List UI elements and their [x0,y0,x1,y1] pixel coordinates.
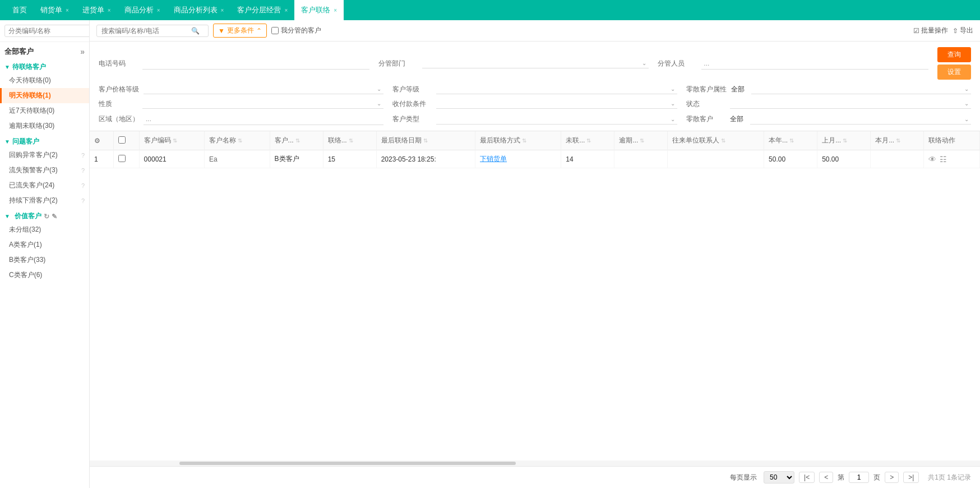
close-icon[interactable]: × [66,7,69,13]
search-icon[interactable]: 🔍 [191,27,200,35]
horizontal-scrollbar[interactable] [90,461,980,466]
close-icon[interactable]: × [157,7,160,13]
sidebar-item-overdue[interactable]: 逾期未联络(30) [0,118,89,133]
filter-icon: ▼ [218,27,225,35]
status-select[interactable]: ⌄ [730,99,971,109]
retail-customer-select[interactable]: ⌄ [750,114,971,125]
customer-table: ⚙ 客户编码⇅ 客户名称⇅ 客户...⇅ 联络...⇅ 最后联络日期⇅ 最后联络… [90,131,980,168]
all-customers-title: 全部客户 » [0,42,89,59]
scrollbar-thumb[interactable] [179,462,516,465]
filter-phone: 电话号码 [99,58,369,70]
collapse-icon[interactable]: » [80,47,85,56]
close-icon[interactable]: × [108,7,111,13]
sidebar-item-week[interactable]: 近7天待联络(0) [0,103,89,118]
select-all-checkbox[interactable] [118,136,126,144]
sidebar-item-churn-warning[interactable]: 流失预警客户(3) ? [0,163,89,178]
chevron-down-icon: ⌄ [671,100,675,107]
col-unit-contact: 往来单位联系人⇅ [668,131,764,150]
sidebar-item-ungrouped[interactable]: 未分组(32) [0,222,89,237]
next-page-btn[interactable]: > [885,472,899,483]
region-select[interactable]: ... [144,113,383,125]
close-icon[interactable]: × [334,7,337,13]
nature-select[interactable]: ⌄ [142,99,383,109]
sidebar-search-area: 🔍 [0,20,89,42]
filter-retail-attr: 零散客户属性 全部 ⌄ [686,84,971,94]
filter-row-1: 电话号码 分管部门 ⌄ 分管人员 ... 查询 [99,47,971,80]
filter-more-btn[interactable]: ▼ 更多条件 ⌃ [213,24,267,38]
help-icon: ? [81,197,85,204]
row-overdue [614,150,668,168]
sort-icon: ⇅ [586,137,591,144]
my-customers-checkbox-area[interactable]: 我分管的客户 [271,26,321,35]
sidebar-item-class-b[interactable]: B类客户(33) [0,252,89,268]
close-icon[interactable]: × [221,7,224,13]
query-button[interactable]: 查询 [937,47,971,62]
page-number-input[interactable] [849,472,869,483]
price-level-select[interactable]: ⌄ [144,84,383,94]
col-contact-count: 联络...⇅ [323,131,376,150]
nav-product-analysis-list[interactable]: 商品分析列表 × [167,0,231,20]
sidebar-item-today[interactable]: 今天待联络(0) [0,73,89,88]
contact-method-link[interactable]: 下销货单 [480,155,507,163]
manager-select[interactable]: ... [701,58,928,70]
nav-sales[interactable]: 销货单 × [34,0,76,20]
filter-nature: 性质 ⌄ [99,99,383,109]
sidebar-search-input[interactable] [4,25,90,37]
sidebar-item-declining[interactable]: 持续下滑客户(2) ? [0,193,89,208]
sidebar-item-churned[interactable]: 已流失客户(24) ? [0,178,89,193]
sidebar-item-class-c[interactable]: C类客户(6) [0,268,89,283]
col-this-year: 本年...⇅ [764,131,817,150]
row-actions: 👁 ☷ [924,150,980,168]
settings-button[interactable]: 设置 [937,65,971,80]
edit-icon[interactable]: ✎ [52,213,57,220]
payment-select[interactable]: ⌄ [436,99,677,109]
prev-page-btn[interactable]: < [819,472,833,483]
close-icon[interactable]: × [284,7,288,13]
col-checkbox [113,131,139,150]
my-customers-checkbox[interactable] [271,27,279,34]
export-btn[interactable]: ⇧ 导出 [953,26,973,35]
main-content: 🔍 ▼ 更多条件 ⌃ 我分管的客户 ☑ 批量操作 ⇧ 导出 [90,20,980,488]
first-page-btn[interactable]: |< [799,472,815,483]
sort-icon: ⇅ [789,137,794,144]
row-select-checkbox[interactable] [118,155,126,162]
chevron-up-icon: ⌃ [256,27,262,35]
batch-op-btn[interactable]: ☑ 批量操作 [913,26,948,35]
customer-type-select[interactable]: ⌄ [436,114,677,125]
search-input[interactable] [101,27,191,35]
gear-icon[interactable]: ⚙ [94,137,100,145]
row-customer-code: 000021 [139,150,204,168]
sidebar-item-tomorrow[interactable]: 明天待联络(1) [0,88,89,103]
col-action: 联络动作 [924,131,980,150]
sidebar-item-class-a[interactable]: A类客户(1) [0,237,89,252]
sidebar-item-repurchase-abnormal[interactable]: 回购异常客户(2) ? [0,148,89,163]
page-size-select[interactable]: 50 100 200 [764,471,794,484]
filter-panel: 电话号码 分管部门 ⌄ 分管人员 ... 查询 [90,42,980,131]
col-customer-name: 客户名称⇅ [205,131,270,150]
nav-customer-contact[interactable]: 客户联络 × [294,0,344,20]
retail-attr-select[interactable]: ⌄ [751,84,971,94]
sort-icon: ⇅ [522,137,526,144]
grid-icon[interactable]: ☷ [940,155,947,164]
phone-input[interactable] [142,58,369,70]
dept-select[interactable]: ⌄ [422,58,649,68]
sidebar: 🔍 全部客户 » 待联络客户 今天待联络(0) 明天待联络(1) 近7天待联络(… [0,20,90,488]
nav-product-analysis[interactable]: 商品分析 × [118,0,167,20]
top-nav: 首页 销货单 × 进货单 × 商品分析 × 商品分析列表 × 客户分层经营 × … [0,0,980,20]
col-customer-type: 客户...⇅ [270,131,323,150]
export-icon: ⇧ [953,27,958,35]
sort-icon: ⇅ [423,137,428,144]
view-icon[interactable]: 👁 [928,155,936,164]
nav-home[interactable]: 首页 [6,0,34,20]
nav-customer-tier[interactable]: 客户分层经营 × [230,0,294,20]
refresh-icon[interactable]: ↻ [44,213,49,220]
nav-purchase[interactable]: 进货单 × [76,0,118,20]
sort-icon: ⇅ [238,137,242,144]
checkbox-icon: ☑ [913,27,919,35]
filter-price-level: 客户价格等级 ⌄ [99,84,383,94]
row-last-contact-method: 下销货单 [475,150,561,168]
chevron-down-icon: ⌄ [377,86,381,92]
last-page-btn[interactable]: >| [903,472,919,483]
filter-payment: 收付款条件 ⌄ [392,99,677,109]
customer-level-select[interactable]: ⌄ [436,84,677,94]
